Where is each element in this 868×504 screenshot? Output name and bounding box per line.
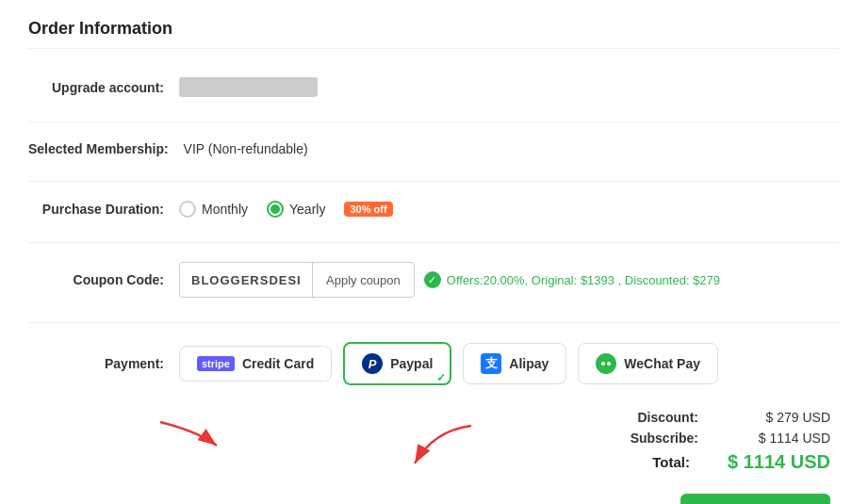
paypal-selected-check: ✓ <box>436 371 446 384</box>
get-started-button[interactable]: Get started <box>680 494 830 504</box>
wechat-icon <box>596 353 616 374</box>
yearly-radio[interactable] <box>267 201 284 218</box>
page-title: Order Information <box>28 19 840 49</box>
divider-4 <box>28 322 840 323</box>
purchase-duration-value: Monthly Yearly 30% off <box>179 201 840 218</box>
subscribe-label: Subscribe: <box>623 431 698 446</box>
duration-radio-group: Monthly Yearly 30% off <box>179 201 393 218</box>
svg-point-2 <box>607 362 611 366</box>
paypal-label: Paypal <box>390 356 433 371</box>
divider-3 <box>28 242 840 243</box>
apply-coupon-button[interactable]: Apply coupon <box>313 266 414 295</box>
arrow-discount <box>151 417 226 464</box>
coupon-success-message: ✓ Offers:20.00%, Original: $1393 , Disco… <box>424 271 720 288</box>
monthly-radio[interactable] <box>179 201 196 218</box>
subscribe-row: Subscribe: $ 1114 USD <box>472 431 830 446</box>
summary-section: Discount: $ 279 USD Subscribe: $ 1114 US… <box>28 410 840 479</box>
credit-card-option[interactable]: stripe Credit Card <box>179 346 332 382</box>
total-value: $ 1114 USD <box>728 451 830 473</box>
alipay-label: Alipay <box>509 356 549 371</box>
coupon-code-row: Coupon Code: Apply coupon ✓ Offers:20.00… <box>28 256 840 303</box>
svg-point-1 <box>601 362 605 366</box>
stripe-badge: stripe <box>197 356 235 371</box>
payment-value: stripe Credit Card P Paypal ✓ 支 Alipay <box>179 342 840 385</box>
discount-value: $ 279 USD <box>736 410 830 425</box>
coupon-input[interactable] <box>180 266 312 295</box>
wechat-label: WeChat Pay <box>624 356 700 371</box>
divider-2 <box>28 181 840 182</box>
payment-label: Payment: <box>28 356 179 371</box>
paypal-icon: P <box>362 353 383 374</box>
yearly-option[interactable]: Yearly <box>267 201 325 218</box>
page-container: Order Information Upgrade account: •••••… <box>0 0 868 504</box>
get-started-wrap: Get started <box>28 494 840 504</box>
purchase-duration-row: Purchase Duration: Monthly Yearly 30% of… <box>28 195 840 223</box>
monthly-option[interactable]: Monthly <box>179 201 248 218</box>
upgrade-account-row: Upgrade account: •••••••••••••••••••• <box>28 72 840 103</box>
alipay-option[interactable]: 支 Alipay <box>463 343 566 384</box>
coupon-code-value: Apply coupon ✓ Offers:20.00%, Original: … <box>179 262 840 298</box>
alipay-icon: 支 <box>481 353 501 374</box>
yearly-label: Yearly <box>289 202 325 217</box>
coupon-code-label: Coupon Code: <box>28 272 179 287</box>
payment-options: stripe Credit Card P Paypal ✓ 支 Alipay <box>179 342 718 385</box>
payment-row: Payment: stripe Credit Card P Paypal ✓ 支… <box>28 336 840 391</box>
discount-row: Discount: $ 279 USD <box>472 410 830 425</box>
upgrade-account-value: •••••••••••••••••••• <box>179 77 840 97</box>
subscribe-value: $ 1114 USD <box>736 431 830 446</box>
membership-text: VIP (Non-refundable) <box>184 141 308 156</box>
divider-1 <box>28 122 840 122</box>
credit-card-label: Credit Card <box>242 356 314 371</box>
upgrade-account-blurred: •••••••••••••••••••• <box>179 77 318 97</box>
check-circle-icon: ✓ <box>424 271 441 288</box>
total-label: Total: <box>614 454 690 470</box>
coupon-input-wrap: Apply coupon <box>179 262 415 298</box>
paypal-option[interactable]: P Paypal ✓ <box>343 342 451 385</box>
coupon-success-text: Offers:20.00%, Original: $1393 , Discoun… <box>447 273 720 287</box>
total-row: Total: $ 1114 USD <box>472 451 830 473</box>
wechat-option[interactable]: WeChat Pay <box>578 343 718 384</box>
selected-membership-value: VIP (Non-refundable) <box>184 141 840 156</box>
selected-membership-row: Selected Membership: VIP (Non-refundable… <box>28 136 840 162</box>
upgrade-account-label: Upgrade account: <box>28 80 179 95</box>
discount-badge: 30% off <box>344 202 392 217</box>
selected-membership-label: Selected Membership: <box>28 141 184 156</box>
purchase-duration-label: Purchase Duration: <box>28 202 179 217</box>
discount-label: Discount: <box>623 410 698 425</box>
monthly-label: Monthly <box>202 202 248 217</box>
